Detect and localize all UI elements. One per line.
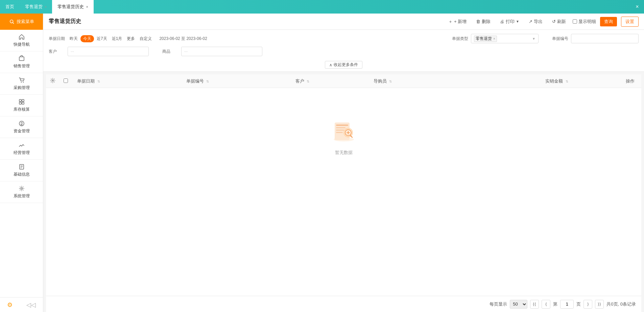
show-detail-checkbox[interactable] xyxy=(573,19,577,24)
svg-rect-18 xyxy=(336,125,348,126)
page-unit: 页 xyxy=(576,301,581,307)
th-date[interactable]: 单据日期 ⇅ xyxy=(73,74,182,88)
filter-row-date: 单据日期 昨天 今天 近7天 近1月 更多 自定义 2023-06-02 至 2… xyxy=(49,34,639,43)
show-detail-checkbox-wrapper[interactable]: 显示明细 xyxy=(573,19,596,25)
empty-text: 暂无数据 xyxy=(335,150,353,156)
refresh-button[interactable]: ↺ 刷新 xyxy=(549,17,569,26)
doc-type-tag-label: 零售退货 xyxy=(476,36,492,42)
date-opt-yesterday[interactable]: 昨天 xyxy=(68,35,80,42)
print-label: 打印 xyxy=(506,19,515,25)
customer-input[interactable] xyxy=(68,47,149,56)
sidebar-item-finance-label: 资金管理 xyxy=(14,128,30,134)
show-detail-label: 显示明细 xyxy=(578,19,596,25)
sidebar-search-button[interactable]: 搜索菜单 xyxy=(0,14,43,30)
print-dropdown-icon: ▼ xyxy=(516,20,519,23)
print-icon: 🖨 xyxy=(500,19,504,24)
th-docno[interactable]: 单据编号 ⇅ xyxy=(182,74,291,88)
date-opt-custom[interactable]: 自定义 xyxy=(138,35,154,42)
doc-type-tag-retail-return: 零售退货 × xyxy=(474,36,497,42)
svg-rect-21 xyxy=(336,132,343,133)
data-table: 单据日期 ⇅ 单据编号 ⇅ 客户 ⇅ 导购员 ⇅ xyxy=(46,74,641,183)
volume-icon[interactable]: ◁◁ xyxy=(26,301,36,309)
settings-button[interactable]: 设置 xyxy=(621,17,639,27)
page-header: 零售退货历史 ＋ + 新增 🗑 删除 🖨 打印 ▼ ↗ 导出 xyxy=(43,14,644,30)
date-opt-7days[interactable]: 近7天 xyxy=(95,35,109,42)
sidebar-item-info-label: 基础信息 xyxy=(14,172,30,177)
sort-amount-icon: ⇅ xyxy=(566,80,568,83)
export-label: 导出 xyxy=(534,19,543,25)
svg-rect-5 xyxy=(19,99,21,102)
doc-type-tags: 零售退货 × xyxy=(474,36,498,42)
sidebar-item-sales[interactable]: 销售管理 xyxy=(0,51,43,73)
doc-type-dropdown-icon: ▼ xyxy=(532,37,535,41)
tab-home[interactable]: 首页 xyxy=(0,0,20,14)
sidebar-item-inventory[interactable]: 库存核算 xyxy=(0,95,43,116)
sidebar-item-sales-label: 销售管理 xyxy=(14,63,30,69)
settings-label: 设置 xyxy=(625,19,634,25)
sales-icon xyxy=(18,55,25,62)
th-actions-label: 操作 xyxy=(626,79,635,84)
export-button[interactable]: ↗ 导出 xyxy=(526,17,545,26)
print-button[interactable]: 🖨 打印 ▼ xyxy=(497,17,522,26)
delete-button[interactable]: 🗑 删除 xyxy=(473,17,493,26)
sidebar-item-purchase[interactable]: 采购管理 xyxy=(0,73,43,95)
empty-state: 暂无数据 xyxy=(46,88,641,183)
th-settings[interactable] xyxy=(46,74,59,88)
sidebar-item-system-label: 系统管理 xyxy=(14,193,30,199)
settings-icon[interactable] xyxy=(50,78,55,83)
sidebar-item-management-label: 经营管理 xyxy=(14,150,30,156)
th-docno-label: 单据编号 xyxy=(186,79,204,84)
tab-retail-return-history-close[interactable]: × xyxy=(86,5,88,9)
add-button[interactable]: ＋ + 新增 xyxy=(446,17,469,26)
sidebar-item-info[interactable]: 基础信息 xyxy=(0,160,43,181)
select-all-checkbox[interactable] xyxy=(64,79,68,83)
customer-label: 客户 xyxy=(49,49,68,54)
svg-rect-6 xyxy=(22,99,24,102)
sidebar-item-finance[interactable]: 资金管理 xyxy=(0,116,43,138)
sort-docno-icon: ⇅ xyxy=(206,80,209,83)
doc-no-label: 单据编号 xyxy=(552,36,571,42)
last-page-button[interactable]: ⟩⟩ xyxy=(595,300,604,309)
page-number-input[interactable] xyxy=(560,300,574,309)
tab-retail-return-close[interactable]: × xyxy=(45,5,47,9)
info-icon xyxy=(18,163,25,170)
sidebar-item-management[interactable]: 经营管理 xyxy=(0,138,43,160)
query-label: 查询 xyxy=(604,19,613,25)
close-icon: × xyxy=(636,4,639,10)
doc-no-input[interactable] xyxy=(571,34,639,43)
th-actions: 操作 xyxy=(572,74,641,88)
tab-retail-return-label: 零售退货 xyxy=(25,4,43,10)
window-close-button[interactable]: × xyxy=(630,0,644,14)
tab-home-label: 首页 xyxy=(5,4,14,10)
sidebar-item-quicknav[interactable]: 快捷导航 xyxy=(0,30,43,51)
table-header: 单据日期 ⇅ 单据编号 ⇅ 客户 ⇅ 导购员 ⇅ xyxy=(46,74,641,88)
th-amount[interactable]: 实销金额 ⇅ xyxy=(463,74,572,88)
th-customer[interactable]: 客户 ⇅ xyxy=(291,74,369,88)
th-checkbox[interactable] xyxy=(59,74,73,88)
svg-point-14 xyxy=(21,188,22,190)
gear-icon[interactable]: ⚙ xyxy=(7,301,13,309)
next-page-button[interactable]: ⟩ xyxy=(583,300,592,309)
goods-input[interactable] xyxy=(181,47,262,56)
th-guide[interactable]: 导购员 ⇅ xyxy=(369,74,463,88)
date-opt-more[interactable]: 更多 xyxy=(125,35,137,42)
delete-icon: 🗑 xyxy=(476,19,480,24)
collapse-filter-button[interactable]: ∧ 收起更多条件 xyxy=(325,61,362,69)
doc-type-tag-close[interactable]: × xyxy=(493,37,495,41)
empty-illustration xyxy=(329,115,359,146)
collapse-label: 收起更多条件 xyxy=(334,62,358,68)
tab-retail-return-history[interactable]: 零售退货历史 × xyxy=(52,0,93,14)
prev-page-button[interactable]: ⟨ xyxy=(542,300,550,309)
query-button[interactable]: 查询 xyxy=(600,17,617,26)
search-icon xyxy=(9,19,15,24)
tab-retail-return[interactable]: 零售退货 × xyxy=(20,0,52,14)
date-opt-today[interactable]: 今天 xyxy=(80,35,94,42)
sidebar-item-system[interactable]: 系统管理 xyxy=(0,181,43,203)
svg-line-1 xyxy=(13,23,14,24)
doc-type-select[interactable]: 零售退货 × ▼ xyxy=(471,34,539,43)
sort-guide-icon: ⇅ xyxy=(389,80,392,83)
date-opt-1month[interactable]: 近1月 xyxy=(110,35,124,42)
first-page-button[interactable]: ⟨⟨ xyxy=(530,300,539,309)
page-size-select[interactable]: 20 50 100 xyxy=(510,300,527,309)
filter-row-customer: 客户 商品 xyxy=(49,47,639,56)
